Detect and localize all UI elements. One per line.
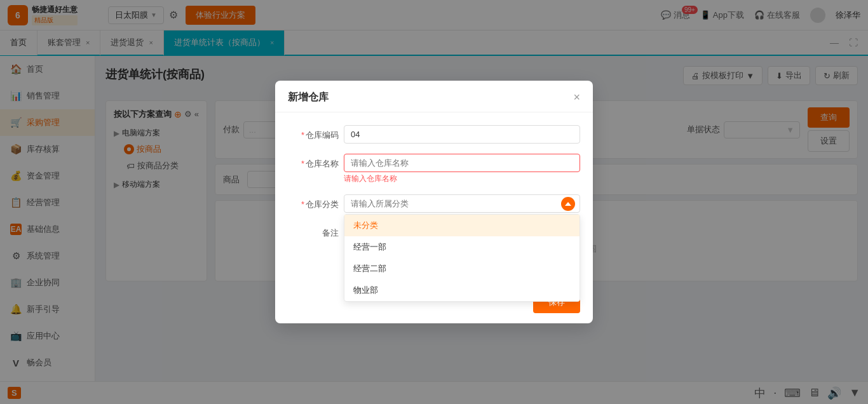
dropdown-item-dept2[interactable]: 经营二部 xyxy=(344,258,580,279)
name-error-message: 请输入仓库名称 xyxy=(344,173,580,184)
warehouse-modal: 新增仓库 × *仓库编码 *仓库名称 xyxy=(275,81,593,323)
dropdown-item-property[interactable]: 物业部 xyxy=(344,279,580,301)
warehouse-code-input[interactable] xyxy=(344,125,580,144)
category-expand-button[interactable] xyxy=(561,197,575,211)
name-label: *仓库名称 xyxy=(288,154,339,170)
warehouse-name-input[interactable] xyxy=(344,154,580,172)
note-label: 备注 xyxy=(288,223,339,239)
code-label: *仓库编码 xyxy=(288,125,339,141)
modal-close-button[interactable]: × xyxy=(573,91,580,104)
modal-header: 新增仓库 × xyxy=(275,81,593,112)
warehouse-category-field: *仓库分类 未分类 经营一部 经营二部 物业部 xyxy=(288,194,580,213)
modal-overlay: 新增仓库 × *仓库编码 *仓库名称 xyxy=(0,0,868,404)
category-select-wrap: 未分类 经营一部 经营二部 物业部 xyxy=(344,194,580,213)
dropdown-item-dept1[interactable]: 经营一部 xyxy=(344,236,580,258)
category-dropdown: 未分类 经营一部 经营二部 物业部 xyxy=(344,214,580,302)
modal-body: *仓库编码 *仓库名称 请输入仓库名称 *仓 xyxy=(275,112,593,284)
category-label: *仓库分类 xyxy=(288,194,339,210)
warehouse-code-field: *仓库编码 xyxy=(288,125,580,144)
warehouse-name-field: *仓库名称 请输入仓库名称 xyxy=(288,154,580,184)
dropdown-item-uncategorized[interactable]: 未分类 xyxy=(344,215,580,236)
category-select-input[interactable] xyxy=(344,194,580,213)
modal-title: 新增仓库 xyxy=(288,91,329,104)
